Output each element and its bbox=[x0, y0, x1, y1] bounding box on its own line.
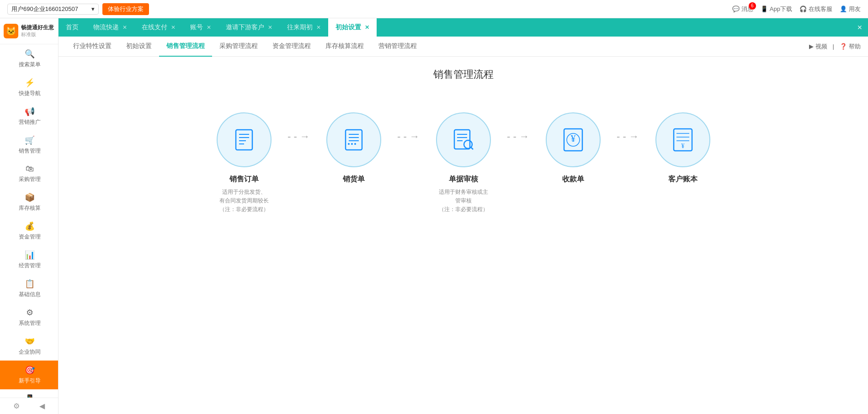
flow-item-receipt[interactable]: ¥ 收款单 bbox=[532, 112, 614, 188]
nav-tab-payment[interactable]: 在线支付 ✕ bbox=[134, 18, 183, 37]
sub-tab-sales-flow-label: 销售管理流程 bbox=[166, 42, 205, 50]
sub-tab-purchase-flow[interactable]: 采购管理流程 bbox=[212, 37, 265, 57]
user-select[interactable]: 用户690企业1660120507 ▾ bbox=[7, 4, 99, 15]
flow-item-sales-order[interactable]: 销售订单 适用于分批发货、有合同发货周期较长（注：非必要流程） bbox=[203, 112, 285, 214]
top-bar-left: 用户690企业1660120507 ▾ 体验行业方案 bbox=[7, 3, 149, 15]
svg-rect-5 bbox=[346, 130, 362, 150]
sidebar-item-system[interactable]: ⚙ 系统管理 bbox=[0, 303, 58, 332]
sidebar-item-enterprise[interactable]: 🤝 企业协同 bbox=[0, 332, 58, 361]
collapse-icon[interactable]: ◀ bbox=[39, 402, 45, 410]
video-label: 视频 bbox=[815, 42, 827, 51]
purchase-icon: 🛍 bbox=[26, 164, 34, 174]
main-layout: 🐱 畅捷通好生意 标准版 🔍 搜索菜单 ⚡ 快捷导航 📢 营销推广 🛒 销售管理 bbox=[0, 18, 868, 414]
sub-tab-initial-label: 初始设置 bbox=[126, 42, 152, 50]
sub-tab-industry[interactable]: 行业特性设置 bbox=[66, 37, 119, 57]
marketing-icon: 📢 bbox=[25, 106, 35, 117]
nav-tab-payment-close[interactable]: ✕ bbox=[171, 24, 176, 31]
sidebar-item-inventory-label: 库存核算 bbox=[19, 204, 41, 212]
nav-tab-setup[interactable]: 初始设置 ✕ bbox=[328, 18, 377, 37]
nav-tab-home[interactable]: 首页 bbox=[59, 18, 86, 37]
video-link[interactable]: ▶ 视频 bbox=[809, 42, 827, 51]
sidebar-item-basic[interactable]: 📋 基础信息 bbox=[0, 274, 58, 303]
flow-container: 销售订单 适用于分批发货、有合同发货周期较长（注：非必要流程） - - → bbox=[69, 103, 857, 223]
nav-tab-account[interactable]: 账号 ✕ bbox=[183, 18, 218, 37]
message-badge: 6 bbox=[749, 2, 756, 10]
operations-icon: 📊 bbox=[25, 250, 35, 260]
sales-icon: 🛒 bbox=[25, 135, 35, 145]
flow-label-sales-order: 销售订单 bbox=[229, 175, 259, 184]
svg-text:¥: ¥ bbox=[681, 143, 684, 149]
sidebar-item-search[interactable]: 🔍 搜索菜单 bbox=[0, 44, 58, 73]
sidebar-bottom: ⚙ ◀ bbox=[0, 398, 58, 414]
nav-tab-period[interactable]: 往来期初 ✕ bbox=[280, 18, 328, 37]
basic-icon: 📋 bbox=[25, 279, 35, 289]
flow-arrow-1: - - → bbox=[285, 112, 313, 143]
sub-tabs-right: ▶ 视频 | ❓ 帮助 bbox=[809, 42, 861, 51]
sidebar-item-newbie[interactable]: 🎯 新手引导 bbox=[0, 361, 58, 389]
sidebar-item-quicknav[interactable]: ⚡ 快捷导航 bbox=[0, 73, 58, 102]
flow-circle-sales-invoice bbox=[326, 112, 381, 167]
user-avatar-item[interactable]: 👤 用友 bbox=[840, 5, 861, 13]
sidebar-item-finance[interactable]: 💰 资金管理 bbox=[0, 217, 58, 245]
sub-tab-marketing-flow[interactable]: 营销管理流程 bbox=[371, 37, 424, 57]
sidebar-item-appstore[interactable]: 📱 应用中心 bbox=[0, 389, 58, 398]
divider: | bbox=[833, 43, 834, 50]
sidebar-item-purchase-label: 采购管理 bbox=[19, 175, 41, 183]
sidebar-item-inventory[interactable]: 📦 库存核算 bbox=[0, 188, 58, 217]
nav-tab-invite[interactable]: 邀请下游客户 ✕ bbox=[218, 18, 280, 37]
sidebar-logo: 🐱 畅捷通好生意 标准版 bbox=[0, 18, 58, 44]
service-label: 在线客服 bbox=[809, 5, 832, 13]
logo-title: 畅捷通好生意 bbox=[21, 24, 54, 32]
sidebar-item-purchase[interactable]: 🛍 采购管理 bbox=[0, 159, 58, 188]
search-icon: 🔍 bbox=[25, 49, 35, 59]
customer-ledger-icon: ¥ bbox=[670, 127, 696, 153]
nav-tab-period-close[interactable]: ✕ bbox=[316, 24, 321, 31]
help-link[interactable]: ❓ 帮助 bbox=[840, 42, 861, 51]
sidebar-menu: 🔍 搜索菜单 ⚡ 快捷导航 📢 营销推广 🛒 销售管理 🛍 采购管理 📦 bbox=[0, 44, 58, 398]
nav-tab-logistics-close[interactable]: ✕ bbox=[122, 24, 127, 31]
nav-tab-invite-close[interactable]: ✕ bbox=[268, 24, 272, 31]
sales-order-icon bbox=[231, 127, 257, 153]
nav-tab-logistics-label: 物流快递 bbox=[93, 23, 119, 32]
appstore-icon: 📱 bbox=[25, 394, 35, 398]
sub-tab-sales-flow[interactable]: 销售管理流程 bbox=[159, 37, 212, 57]
sidebar-item-enterprise-label: 企业协同 bbox=[19, 348, 41, 356]
sidebar-item-marketing[interactable]: 📢 营销推广 bbox=[0, 102, 58, 131]
sidebar-item-sales[interactable]: 🛒 销售管理 bbox=[0, 131, 58, 159]
sub-tab-inventory-flow[interactable]: 库存核算流程 bbox=[318, 37, 371, 57]
nav-tab-setup-close[interactable]: ✕ bbox=[365, 24, 369, 31]
sidebar-item-operations[interactable]: 📊 经营管理 bbox=[0, 245, 58, 274]
flow-item-voucher-review[interactable]: 单据审核 适用于财务审核或主管审核（注：非必要流程） bbox=[422, 112, 505, 214]
sidebar-item-sales-label: 销售管理 bbox=[19, 147, 41, 155]
logo-text-block: 畅捷通好生意 标准版 bbox=[21, 24, 54, 38]
app-download-item[interactable]: 📱 App下载 bbox=[761, 5, 792, 13]
flow-item-sales-invoice[interactable]: 销货单 bbox=[313, 112, 395, 188]
trial-button[interactable]: 体验行业方案 bbox=[102, 3, 149, 15]
nav-tab-period-label: 往来期初 bbox=[287, 23, 313, 32]
sub-tab-marketing-flow-label: 营销管理流程 bbox=[378, 42, 417, 50]
nav-tab-logistics[interactable]: 物流快递 ✕ bbox=[86, 18, 134, 37]
flow-item-customer-ledger[interactable]: ¥ 客户账本 bbox=[642, 112, 724, 188]
newbie-icon: 🎯 bbox=[25, 365, 35, 375]
svg-rect-0 bbox=[236, 130, 252, 150]
flow-circle-receipt: ¥ bbox=[546, 112, 601, 167]
flow-desc-voucher-review: 适用于财务审核或主管审核（注：非必要流程） bbox=[439, 188, 488, 214]
top-bar-right: 💬 消息 6 📱 App下载 🎧 在线客服 👤 用友 bbox=[732, 5, 861, 13]
page-title: 销售管理流程 bbox=[69, 68, 857, 81]
nav-close-all[interactable]: ✕ bbox=[852, 24, 868, 31]
sidebar-item-basic-label: 基础信息 bbox=[19, 291, 41, 298]
headset-icon: 🎧 bbox=[799, 5, 807, 12]
sub-tab-initial[interactable]: 初始设置 bbox=[119, 37, 159, 57]
sales-invoice-icon bbox=[341, 127, 367, 153]
app-icon: 📱 bbox=[761, 5, 768, 12]
message-item[interactable]: 💬 消息 6 bbox=[732, 5, 753, 13]
content-area: 首页 物流快递 ✕ 在线支付 ✕ 账号 ✕ 邀请下游客户 ✕ 往来期初 ✕ bbox=[59, 18, 868, 414]
settings-bottom-icon[interactable]: ⚙ bbox=[13, 402, 20, 410]
nav-tab-account-close[interactable]: ✕ bbox=[207, 24, 211, 31]
enterprise-icon: 🤝 bbox=[25, 336, 35, 346]
logo-subtitle: 标准版 bbox=[21, 31, 54, 38]
sub-tab-purchase-flow-label: 采购管理流程 bbox=[219, 42, 258, 50]
svg-point-9 bbox=[348, 143, 350, 145]
service-item[interactable]: 🎧 在线客服 bbox=[799, 5, 832, 13]
sub-tab-capital-flow[interactable]: 资金管理流程 bbox=[265, 37, 318, 57]
